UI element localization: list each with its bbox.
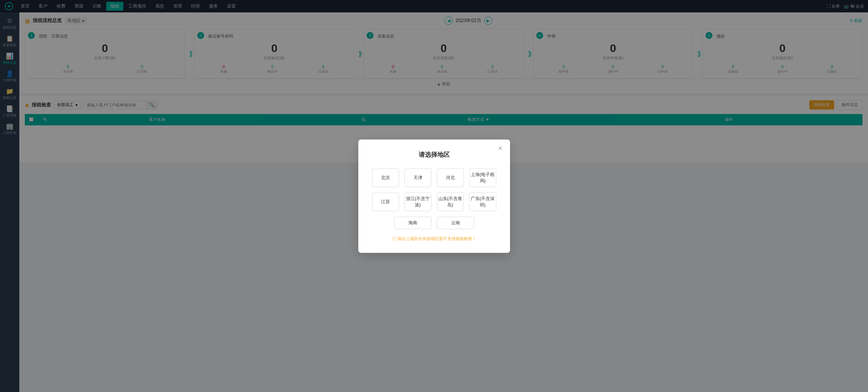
region-select-modal: ✕ 请选择地区 北京 天津 河北 上海(电子税局) 江苏 浙江(不含宁波) 山东… <box>358 140 510 253</box>
modal-overlay: ✕ 请选择地区 北京 天津 河北 上海(电子税局) 江苏 浙江(不含宁波) 山东… <box>0 0 868 392</box>
region-row-2: 江苏 浙江(不含宁波) 山东(不含青岛) 广东(不含深圳) <box>372 193 496 211</box>
region-btn-yunnan[interactable]: 云南 <box>437 217 474 229</box>
region-btn-zhejiang[interactable]: 浙江(不含宁波) <box>405 193 431 211</box>
region-btn-hebei[interactable]: 河北 <box>437 168 464 187</box>
modal-close-btn[interactable]: ✕ <box>496 144 505 153</box>
region-btn-guangdong[interactable]: 广东(不含深圳) <box>469 193 496 211</box>
region-row-1: 北京 天津 河北 上海(电子税局) <box>372 168 496 187</box>
region-btn-shandong[interactable]: 山东(不含青岛) <box>437 193 464 211</box>
region-btn-shanghai[interactable]: 上海(电子税局) <box>469 168 496 187</box>
region-row-3: 海南 云南 <box>372 217 496 229</box>
modal-title: 请选择地区 <box>372 151 496 159</box>
modal-warning: ⓘ 除以上地区外其他地区暂不支持报税检查！ <box>372 236 496 242</box>
warning-text: 除以上地区外其他地区暂不支持报税检查！ <box>398 236 476 242</box>
region-btn-hainan[interactable]: 海南 <box>394 217 431 229</box>
modal-regions: 北京 天津 河北 上海(电子税局) 江苏 浙江(不含宁波) 山东(不含青岛) 广… <box>372 168 496 229</box>
region-btn-jiangsu[interactable]: 江苏 <box>372 193 399 211</box>
warning-icon: ⓘ <box>392 236 396 242</box>
region-btn-tianjin[interactable]: 天津 <box>405 168 431 187</box>
region-btn-beijing[interactable]: 北京 <box>372 168 399 187</box>
